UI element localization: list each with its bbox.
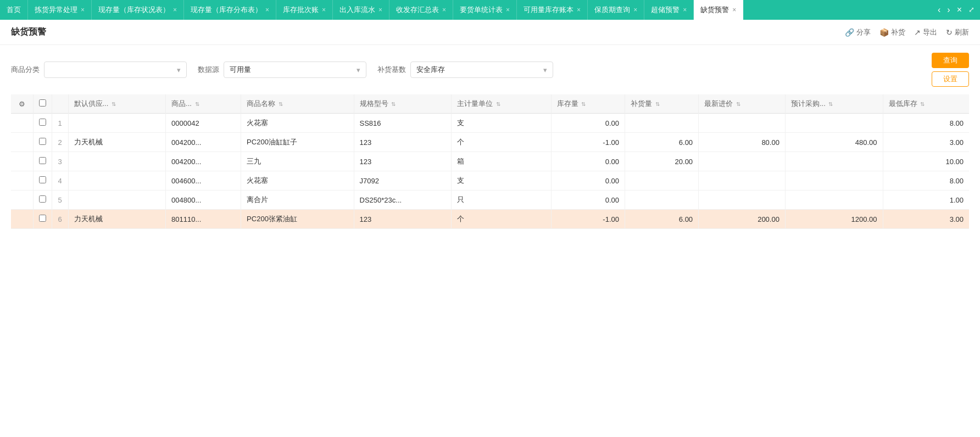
row-cb-4[interactable]: [33, 191, 52, 210]
close-tab-collect[interactable]: ×: [442, 6, 446, 14]
tab-prev-btn[interactable]: ‹: [934, 0, 944, 20]
tab-stock1[interactable]: 现存量（库存状况表） ×: [92, 0, 184, 20]
col-min-stock-sort-icon: ⇅: [920, 101, 925, 107]
close-tab-shortage[interactable]: ×: [732, 6, 736, 14]
close-tab-stock2[interactable]: ×: [265, 6, 269, 14]
tab-inout[interactable]: 出入库流水 ×: [333, 0, 389, 20]
close-tab-order-stat[interactable]: ×: [506, 6, 510, 14]
row-min-stock-4: 1.00: [883, 191, 969, 210]
col-stock[interactable]: 库存量 ⇅: [551, 94, 625, 114]
row-unit-3: 支: [452, 171, 552, 191]
datasource-label: 数据源: [198, 65, 219, 75]
row-stock-0: 0.00: [551, 114, 625, 133]
col-goods-code[interactable]: 商品... ⇅: [166, 94, 241, 114]
row-replenish-4: [625, 191, 698, 210]
row-unit-0: 支: [452, 114, 552, 133]
close-tab-exception[interactable]: ×: [81, 6, 85, 14]
col-unit[interactable]: 主计量单位 ⇅: [452, 94, 552, 114]
row-goods-name-5: PC200张紧油缸: [241, 210, 354, 229]
tab-order-stat[interactable]: 要货单统计表 ×: [453, 0, 517, 20]
tab-available[interactable]: 可用量库存账本 ×: [517, 0, 588, 20]
tab-shortage[interactable]: 缺货预警 ×: [694, 0, 743, 20]
row-checkbox-2[interactable]: [39, 157, 46, 164]
export-button[interactable]: ↗ 导出: [914, 27, 937, 37]
row-goods-name-4: 离合片: [241, 191, 354, 210]
close-tab-expiry[interactable]: ×: [633, 6, 637, 14]
datasource-select[interactable]: 可用量 ▾: [224, 61, 366, 78]
row-checkbox-1[interactable]: [39, 138, 46, 145]
replenish-base-filter-group: 补货基数 安全库存 ▾: [377, 61, 553, 78]
category-select[interactable]: ▾: [44, 61, 187, 78]
row-stock-1: -1.00: [551, 133, 625, 152]
select-all-checkbox[interactable]: [39, 99, 46, 107]
tab-stock2[interactable]: 现存量（库存分布表） ×: [184, 0, 276, 20]
col-est-purchase[interactable]: 预计采购... ⇅: [785, 94, 883, 114]
close-tab-available[interactable]: ×: [577, 6, 581, 14]
row-checkbox-3[interactable]: [39, 176, 46, 183]
col-rownum: [52, 94, 68, 114]
col-goods-name[interactable]: 商品名称 ⇅: [241, 94, 354, 114]
refresh-button[interactable]: ↻ 刷新: [946, 27, 969, 37]
row-latest-price-2: [699, 152, 786, 171]
tab-close-all-btn[interactable]: ×: [954, 0, 965, 20]
row-cb-2[interactable]: [33, 152, 52, 171]
row-goods-code-2: 004200...: [166, 152, 241, 171]
tab-batch[interactable]: 库存批次账 ×: [276, 0, 333, 20]
close-tab-batch[interactable]: ×: [322, 6, 326, 14]
tab-controls: ‹ › × ⤢: [934, 0, 980, 20]
category-label: 商品分类: [11, 65, 40, 75]
col-supplier[interactable]: 默认供应... ⇅: [68, 94, 166, 114]
row-latest-price-1: 80.00: [699, 133, 786, 152]
settings-button[interactable]: 设置: [932, 71, 969, 87]
row-num-0: 1: [52, 114, 68, 133]
tab-exception[interactable]: 拣货异常处理 ×: [28, 0, 92, 20]
tab-expand-btn[interactable]: ⤢: [965, 0, 978, 20]
row-latest-price-5: 200.00: [699, 210, 786, 229]
table-row: 4 004600... 火花塞 J7092 支 0.00 8.00: [11, 171, 969, 191]
row-est-purchase-4: [785, 191, 883, 210]
tab-collect[interactable]: 收发存汇总表 ×: [389, 0, 453, 20]
row-num-3: 4: [52, 171, 68, 191]
close-tab-stock1[interactable]: ×: [173, 6, 177, 14]
row-min-stock-5: 3.00: [883, 210, 969, 229]
row-replenish-5: 6.00: [625, 210, 698, 229]
col-latest-price[interactable]: 最新进价 ⇅: [699, 94, 786, 114]
row-latest-price-3: [699, 171, 786, 191]
share-button[interactable]: 🔗 分享: [845, 27, 871, 37]
row-goods-name-3: 火花塞: [241, 171, 354, 191]
tab-overstock[interactable]: 超储预警 ×: [644, 0, 694, 20]
col-replenish[interactable]: 补货量 ⇅: [625, 94, 698, 114]
row-cb-1[interactable]: [33, 133, 52, 152]
row-stock-3: 0.00: [551, 171, 625, 191]
col-gear[interactable]: ⚙: [11, 94, 33, 114]
col-spec[interactable]: 规格型号 ⇅: [354, 94, 452, 114]
tab-expiry[interactable]: 保质期查询 ×: [588, 0, 644, 20]
close-tab-inout[interactable]: ×: [378, 6, 382, 14]
row-checkbox-5[interactable]: [39, 215, 46, 222]
col-min-stock-label: 最低库存: [889, 99, 917, 108]
tab-home[interactable]: 首页: [0, 0, 28, 20]
row-replenish-1: 6.00: [625, 133, 698, 152]
col-min-stock[interactable]: 最低库存 ⇅: [883, 94, 969, 114]
row-checkbox-4[interactable]: [39, 195, 46, 203]
row-checkbox-0[interactable]: [39, 119, 46, 126]
query-button[interactable]: 查询: [932, 53, 969, 68]
row-supplier-3: [68, 171, 166, 191]
tab-next-btn[interactable]: ›: [944, 0, 953, 20]
table-row: 5 004800... 离合片 DS250*23c... 只 0.00 1.00: [11, 191, 969, 210]
replenish-base-select-value: 安全库存: [416, 65, 445, 75]
replenish-button[interactable]: 📦 补货: [879, 27, 905, 37]
row-min-stock-0: 8.00: [883, 114, 969, 133]
row-cb-0[interactable]: [33, 114, 52, 133]
row-cb-5[interactable]: [33, 210, 52, 229]
col-latest-price-label: 最新进价: [704, 99, 733, 108]
refresh-icon: ↻: [946, 28, 953, 37]
row-cb-3[interactable]: [33, 171, 52, 191]
col-stock-label: 库存量: [557, 99, 578, 108]
row-goods-code-5: 801110...: [166, 210, 241, 229]
shortage-table: ⚙ 默认供应... ⇅ 商品... ⇅ 商品名称 ⇅: [11, 94, 969, 229]
table-row: 3 004200... 三九 123 箱 0.00 20.00 10.00: [11, 152, 969, 171]
close-tab-overstock[interactable]: ×: [683, 6, 687, 14]
row-spec-2: 123: [354, 152, 452, 171]
replenish-base-select[interactable]: 安全库存 ▾: [410, 61, 553, 78]
